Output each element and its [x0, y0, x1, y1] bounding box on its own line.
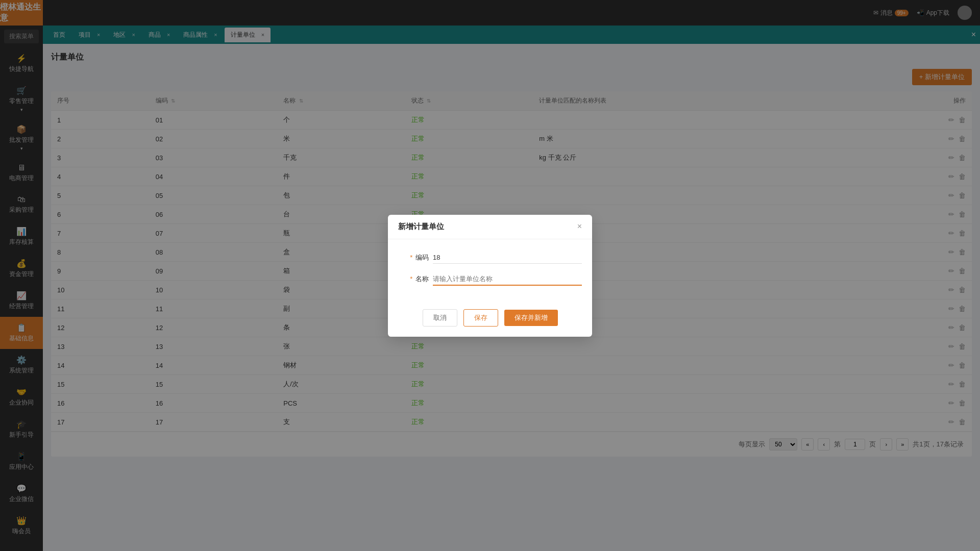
name-label: * 名称: [398, 274, 429, 284]
cancel-button[interactable]: 取消: [423, 309, 457, 327]
code-input[interactable]: [433, 252, 582, 264]
modal-close-button[interactable]: ×: [577, 222, 582, 231]
modal-overlay[interactable]: 新增计量单位 × * 编码 * 名称 取消 保存 保存并新增: [0, 0, 980, 551]
form-row-name: * 名称: [398, 273, 582, 286]
modal-body: * 编码 * 名称: [388, 239, 592, 303]
code-label: * 编码: [398, 253, 429, 262]
save-and-new-button[interactable]: 保存并新增: [504, 310, 558, 326]
code-required: *: [410, 254, 412, 261]
name-input[interactable]: [433, 273, 582, 286]
modal-title: 新增计量单位: [398, 222, 444, 232]
save-button[interactable]: 保存: [463, 309, 498, 327]
modal-footer: 取消 保存 保存并新增: [388, 303, 592, 337]
form-row-code: * 编码: [398, 252, 582, 264]
modal-header: 新增计量单位 ×: [388, 215, 592, 239]
add-unit-modal: 新增计量单位 × * 编码 * 名称 取消 保存 保存并新增: [388, 215, 592, 337]
name-required: *: [410, 275, 412, 283]
